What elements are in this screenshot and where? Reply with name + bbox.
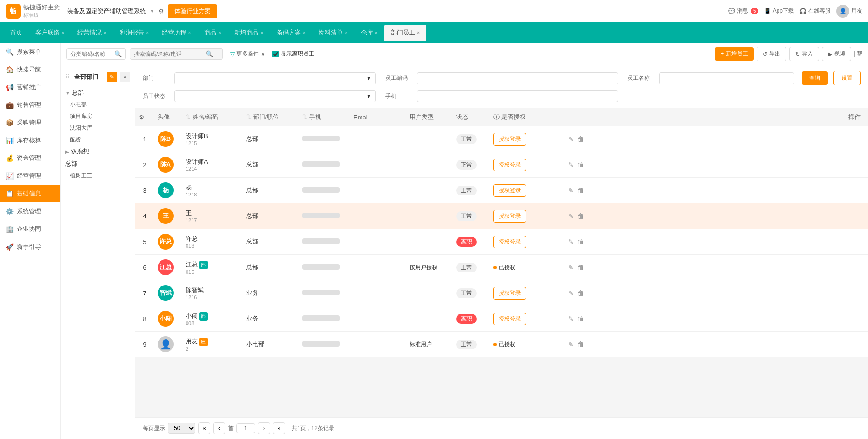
message-button[interactable]: 💬 消息 5 xyxy=(728,7,758,15)
export-button[interactable]: ↺ 导出 xyxy=(757,47,786,61)
sidebar-item-basic-info[interactable]: 📋 基础信息 xyxy=(0,185,60,202)
auth-button[interactable]: 授权登录 xyxy=(493,236,526,248)
edit-icon[interactable]: ✎ xyxy=(568,238,574,245)
sidebar-item-inventory[interactable]: 📊 库存核算 xyxy=(0,132,60,149)
sidebar-item-search[interactable]: 🔍 搜索菜单 xyxy=(0,43,60,61)
col-dept[interactable]: ⇅ 部门/职位 xyxy=(243,108,299,126)
edit-icon[interactable]: ✎ xyxy=(568,289,574,297)
close-icon[interactable]: × xyxy=(260,30,263,35)
auth-button[interactable]: 授权登录 xyxy=(493,184,526,197)
more-filter-button[interactable]: ▽ 更多条件 ∧ xyxy=(227,48,269,60)
category-search-input[interactable] xyxy=(70,51,112,57)
add-employee-button[interactable]: + 新增员工 xyxy=(715,47,753,61)
dept-node-xiao-dian[interactable]: 小电部 xyxy=(61,99,135,111)
search-button[interactable]: 查询 xyxy=(802,71,828,85)
tab-history[interactable]: 经营历程 × xyxy=(155,25,197,41)
tab-add-goods[interactable]: 新增商品 × xyxy=(228,25,270,41)
sidebar-item-marketing[interactable]: 📢 营销推广 xyxy=(0,78,60,96)
help-icon[interactable]: | 帮 xyxy=(854,50,862,58)
dept-edit-icon[interactable]: ✎ xyxy=(107,72,117,82)
first-page-button[interactable]: « xyxy=(198,422,210,434)
close-icon[interactable]: × xyxy=(146,30,149,35)
page-number-input[interactable] xyxy=(236,423,255,433)
dept-node-distribution[interactable]: 配货 xyxy=(61,134,135,146)
sidebar-item-sales[interactable]: 💼 销售管理 xyxy=(0,96,60,114)
employee-search-input[interactable] xyxy=(134,51,204,57)
dept-filter-select[interactable]: ▼ xyxy=(174,72,376,84)
delete-icon[interactable]: 🗑 xyxy=(577,315,584,322)
sidebar-item-quick-nav[interactable]: 🏠 快捷导航 xyxy=(0,61,60,78)
import-button[interactable]: ↻ 导入 xyxy=(789,47,819,61)
next-page-button[interactable]: › xyxy=(258,422,270,434)
delete-icon[interactable]: 🗑 xyxy=(577,238,584,245)
close-icon[interactable]: × xyxy=(375,30,378,35)
online-service-button[interactable]: 🎧 在线客服 xyxy=(799,7,831,15)
show-resigned-input[interactable] xyxy=(272,51,279,57)
close-icon[interactable]: × xyxy=(345,30,347,35)
delete-icon[interactable]: 🗑 xyxy=(577,289,584,297)
auth-button[interactable]: 授权登录 xyxy=(493,133,526,146)
delete-icon[interactable]: 🗑 xyxy=(577,264,584,271)
close-icon[interactable]: × xyxy=(303,30,306,35)
category-search-box[interactable]: 🔍 xyxy=(66,48,126,60)
delete-icon[interactable]: 🗑 xyxy=(577,187,584,194)
employee-search-box[interactable]: 🔍 xyxy=(130,48,223,60)
sidebar-item-finance[interactable]: 💰 资金管理 xyxy=(0,149,60,167)
close-icon[interactable]: × xyxy=(104,30,106,35)
settings-icon[interactable]: ⚙ xyxy=(158,7,164,15)
edit-icon[interactable]: ✎ xyxy=(568,212,574,220)
delete-icon[interactable]: 🗑 xyxy=(577,212,584,220)
tab-warehouse[interactable]: 仓库 × xyxy=(354,25,384,41)
delete-icon[interactable]: 🗑 xyxy=(577,161,584,168)
edit-icon[interactable]: ✎ xyxy=(568,135,574,143)
emp-code-input[interactable] xyxy=(417,72,618,84)
sidebar-item-system[interactable]: ⚙️ 系统管理 xyxy=(0,202,60,220)
close-icon[interactable]: × xyxy=(188,30,191,35)
close-icon[interactable]: × xyxy=(62,30,64,35)
dept-node-headquarters[interactable]: 总部 xyxy=(61,158,135,170)
tab-bom[interactable]: 物料清单 × xyxy=(312,25,354,41)
delete-icon[interactable]: 🗑 xyxy=(577,135,584,143)
edit-icon[interactable]: ✎ xyxy=(568,161,574,168)
col-phone[interactable]: ⇅ 手机 xyxy=(299,108,350,126)
sidebar-item-guide[interactable]: 🚀 新手引导 xyxy=(0,238,60,256)
tab-barcode[interactable]: 条码方案 × xyxy=(270,25,312,41)
edit-icon[interactable]: ✎ xyxy=(568,264,574,271)
auth-button[interactable]: 授权登录 xyxy=(493,313,526,325)
video-button[interactable]: ▶ 视频 xyxy=(822,47,851,61)
sidebar-item-enterprise[interactable]: 🏢 企业协同 xyxy=(0,220,60,238)
col-name[interactable]: ⇅ 姓名/编码 xyxy=(182,108,243,126)
tab-department-staff[interactable]: 部门员工 × xyxy=(384,25,426,41)
app-download-button[interactable]: 📱 App下载 xyxy=(764,7,794,15)
edit-icon[interactable]: ✎ xyxy=(568,315,574,322)
dept-node-shenyang[interactable]: 沈阳大库 xyxy=(61,122,135,134)
set-button[interactable]: 设置 xyxy=(833,71,861,85)
try-industry-button[interactable]: 体验行业方案 xyxy=(168,4,217,18)
sidebar-item-operations[interactable]: 📈 经营管理 xyxy=(0,167,60,185)
delete-icon[interactable]: 🗑 xyxy=(577,341,584,348)
col-setting[interactable]: ⚙ xyxy=(135,108,154,126)
column-settings-icon[interactable]: ⚙ xyxy=(139,114,145,121)
edit-icon[interactable]: ✎ xyxy=(568,341,574,348)
status-select[interactable]: ▼ xyxy=(174,90,376,102)
per-page-select[interactable]: 50 20 100 xyxy=(168,423,195,434)
tab-customer[interactable]: 客户联络 × xyxy=(29,25,71,41)
user-area[interactable]: 👤 用友 xyxy=(836,5,862,18)
tab-goods[interactable]: 商品 × xyxy=(198,25,228,41)
dept-node-planting[interactable]: 植树王三 xyxy=(61,170,135,181)
prev-page-button[interactable]: ‹ xyxy=(213,422,225,434)
dept-node-head[interactable]: ▼ 总部 xyxy=(61,87,135,99)
auth-button[interactable]: 授权登录 xyxy=(493,159,526,171)
last-page-button[interactable]: » xyxy=(273,422,285,434)
tab-profit[interactable]: 利润报告 × xyxy=(113,25,155,41)
close-icon[interactable]: × xyxy=(218,30,221,35)
emp-name-input[interactable] xyxy=(659,72,794,84)
close-icon[interactable]: × xyxy=(417,30,420,35)
dept-node-shuanglu[interactable]: ▶ 双鹿想 xyxy=(61,146,135,158)
tab-home[interactable]: 首页 xyxy=(4,25,29,41)
dept-collapse-icon[interactable]: « xyxy=(120,72,130,82)
edit-icon[interactable]: ✎ xyxy=(568,187,574,194)
auth-button[interactable]: 授权登录 xyxy=(493,210,526,223)
system-dropdown-icon[interactable]: ▼ xyxy=(150,8,154,14)
dept-node-project[interactable]: 项目库房 xyxy=(61,111,135,122)
